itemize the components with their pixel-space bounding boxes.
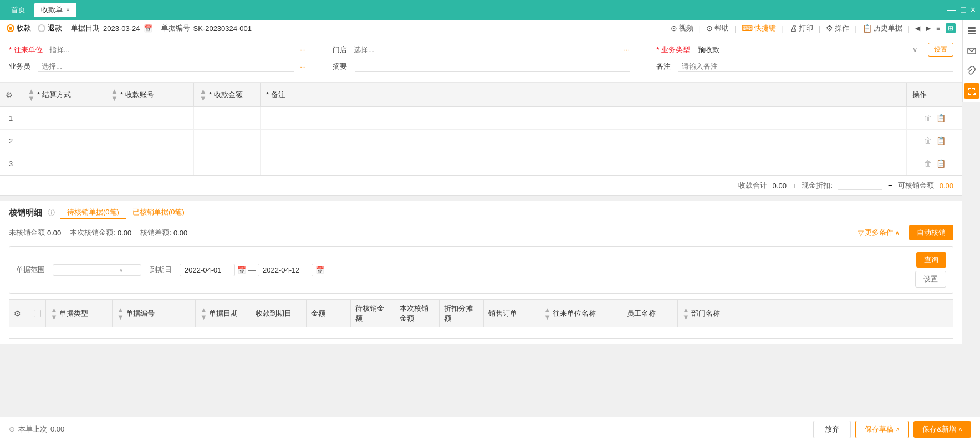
equals-sign: = xyxy=(888,182,892,190)
calendar-to-icon[interactable]: 📅 xyxy=(315,266,324,274)
cash-discount-input[interactable] xyxy=(838,181,882,190)
store-input[interactable] xyxy=(350,44,618,55)
calendar-from-icon[interactable]: 📅 xyxy=(237,266,246,274)
filter-row: 单据范围 ∨ 到期日 📅 — 📅 xyxy=(9,246,953,294)
counterpart-input[interactable] xyxy=(46,44,294,55)
row-2-remark[interactable] xyxy=(261,130,907,152)
bth-doc-type: ▲▼ 单据类型 xyxy=(46,300,113,327)
row-2-actions: 🗑 📋 xyxy=(907,130,962,152)
header-checkbox[interactable] xyxy=(34,310,41,317)
range-dropdown[interactable]: ∨ xyxy=(53,264,141,276)
action-print[interactable]: 🖨 打印 xyxy=(789,23,813,33)
row-3-copy-icon[interactable]: 📋 xyxy=(936,159,946,168)
bth-current-amount: 本次核销金额 xyxy=(395,300,440,327)
action-next[interactable]: ▶ xyxy=(926,24,931,32)
unchecked-amount-value: 0.00 xyxy=(47,229,61,237)
action-help[interactable]: ⊙ 帮助 xyxy=(706,23,729,33)
radio-collection-dot xyxy=(7,24,14,32)
row-3-remark[interactable] xyxy=(261,152,907,175)
more-conditions-btn[interactable]: ▽ 更多条件 ∧ xyxy=(858,228,900,238)
bth-counterpart-label: 往来单位名称 xyxy=(553,309,596,319)
save-new-button[interactable]: 保存&新增 ∧ xyxy=(913,421,971,438)
business-type-value: 预收款 xyxy=(698,45,907,55)
tab-home[interactable]: 首页 xyxy=(4,3,32,17)
row-2-copy-icon[interactable]: 📋 xyxy=(936,136,946,145)
salesperson-label: 业务员 xyxy=(9,61,30,71)
due-date-to-input[interactable] xyxy=(258,264,313,276)
due-date-from-input[interactable] xyxy=(180,264,235,276)
bth-due-date: 收款到期日 xyxy=(251,300,307,327)
business-type-dropdown-icon[interactable]: ∨ xyxy=(912,45,918,54)
salesperson-more-icon[interactable]: ··· xyxy=(300,63,306,71)
discard-button[interactable]: 放弃 xyxy=(813,421,851,438)
radio-collection[interactable]: 收款 xyxy=(7,23,31,33)
row-2-num: 2 xyxy=(0,130,22,152)
row-3-actions: 🗑 📋 xyxy=(907,152,962,175)
row-1-account[interactable] xyxy=(105,107,194,129)
remark-input[interactable] xyxy=(678,61,953,72)
diff-label: 核销差额: xyxy=(140,228,171,238)
bth-gear: ⚙ xyxy=(9,300,29,327)
history-icon: 📋 xyxy=(862,24,872,33)
row-1-settlement[interactable] xyxy=(22,107,105,129)
bth-discount-label: 折扣分摊额 xyxy=(444,304,479,324)
bth-sales-order-label: 销售订单 xyxy=(488,309,517,319)
counterpart-more-icon[interactable]: ··· xyxy=(300,45,306,54)
calendar-icon[interactable]: 📅 xyxy=(144,24,152,33)
ver-settings-button[interactable]: 设置 xyxy=(915,271,946,288)
tab-collection[interactable]: 收款单 × xyxy=(34,3,76,17)
table-header: ⚙ ▲▼ * 结算方式 ▲▼ * 收款账号 ▲▼ * 收款金额 * 备注 操作 xyxy=(0,83,962,107)
sidebar-clip-icon[interactable] xyxy=(964,63,979,79)
radio-group: 收款 退款 xyxy=(7,23,62,33)
row-2-delete-icon[interactable]: 🗑 xyxy=(924,136,932,145)
unchecked-amount-label: 未核销金额 xyxy=(9,228,45,238)
row-2-amount[interactable] xyxy=(194,130,261,152)
sidebar-email-icon[interactable] xyxy=(964,43,979,59)
row-3-amount[interactable] xyxy=(194,152,261,175)
cash-discount-label: 现金折扣: xyxy=(802,181,833,191)
row-3-settlement[interactable] xyxy=(22,152,105,175)
radio-refund[interactable]: 退款 xyxy=(38,23,62,33)
table-gear-icon[interactable]: ⚙ xyxy=(6,90,13,99)
footer-left: ⊙ 本单上次 0.00 xyxy=(9,424,64,434)
row-2-account[interactable] xyxy=(105,130,194,152)
sort-arrows-bt1: ▲▼ xyxy=(50,306,58,321)
action-video[interactable]: ⊙ 视频 xyxy=(671,23,693,33)
ver-tab-verified[interactable]: 已核销单据(0笔) xyxy=(126,206,191,219)
doc-date-label: 单据日期 xyxy=(71,23,100,33)
row-1-amount[interactable] xyxy=(194,107,261,129)
row-1-remark[interactable] xyxy=(261,107,907,129)
salesperson-input[interactable] xyxy=(38,61,294,72)
th-settlement: ▲▼ * 结算方式 xyxy=(22,83,105,106)
query-button[interactable]: 查询 xyxy=(916,252,946,268)
action-list[interactable]: ≡ xyxy=(936,24,940,32)
action-shortcut[interactable]: ⌨ 快捷键 xyxy=(742,23,776,33)
help-label: 帮助 xyxy=(714,23,729,33)
draft-button[interactable]: 保存草稿 ∧ xyxy=(855,421,909,438)
row-1-copy-icon[interactable]: 📋 xyxy=(936,114,946,122)
action-operation[interactable]: ⚙ 操作 xyxy=(826,23,849,33)
row-1-delete-icon[interactable]: 🗑 xyxy=(924,114,932,122)
verification-info-icon[interactable]: ⓘ xyxy=(48,208,55,218)
window-close-icon[interactable]: × xyxy=(971,5,976,15)
row-3-account[interactable] xyxy=(105,152,194,175)
window-minimize-icon[interactable]: — xyxy=(947,5,956,15)
summary-input[interactable] xyxy=(355,61,630,72)
settings-button[interactable]: 设置 xyxy=(928,43,953,57)
verifiable-value: 0.00 xyxy=(940,182,953,190)
sidebar-expand-icon[interactable] xyxy=(964,83,979,99)
row-3-delete-icon[interactable]: 🗑 xyxy=(924,159,932,168)
action-history[interactable]: 📋 历史单据 xyxy=(862,23,902,33)
action-grid[interactable]: ⊞ xyxy=(946,23,956,33)
bth-amount-label: 金额 xyxy=(311,309,325,319)
bottom-table-header: ⚙ ▲▼ 单据类型 ▲▼ 单据编号 ▲▼ 单据日期 收款到期日 金额 xyxy=(9,299,953,327)
sidebar-table-icon[interactable] xyxy=(964,23,979,39)
window-maximize-icon[interactable]: □ xyxy=(961,5,966,15)
store-more-icon[interactable]: ··· xyxy=(624,45,630,54)
auto-verify-button[interactable]: 自动核销 xyxy=(909,225,953,240)
action-prev[interactable]: ◀ xyxy=(915,24,920,32)
tab-close-icon[interactable]: × xyxy=(66,6,70,14)
bottom-table-gear-icon[interactable]: ⚙ xyxy=(14,309,21,318)
row-2-settlement[interactable] xyxy=(22,130,105,152)
ver-tab-pending[interactable]: 待核销单据(0笔) xyxy=(60,206,126,219)
